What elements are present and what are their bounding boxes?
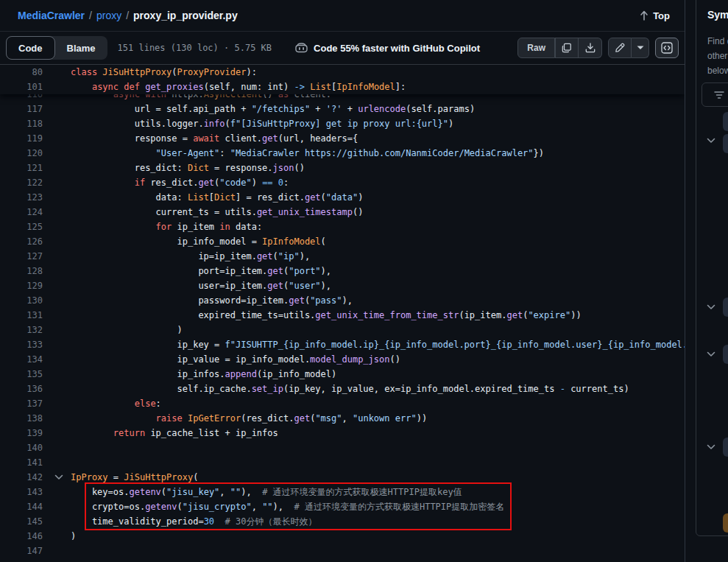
line-number[interactable]: 118 — [0, 116, 47, 131]
tab-blame[interactable]: Blame — [55, 36, 107, 60]
line-number[interactable]: 147 — [0, 544, 47, 558]
line-number[interactable]: 145 — [0, 514, 47, 529]
symbol-item[interactable] — [723, 134, 728, 153]
line-number[interactable]: 123 — [0, 190, 47, 205]
line-number[interactable]: 80 — [0, 65, 47, 80]
copilot-banner[interactable]: Code 55% faster with GitHub Copilot — [295, 43, 480, 54]
edit-file-button[interactable] — [608, 38, 632, 58]
code-text: raise IpGetError(res_dict.get("msg", "un… — [71, 411, 685, 426]
symbols-panel-toggle-button[interactable] — [655, 38, 679, 58]
line-number[interactable]: 120 — [0, 146, 47, 161]
line-number[interactable]: 126 — [0, 234, 47, 249]
chevron-down-icon[interactable] — [707, 351, 715, 357]
line-number[interactable]: 101 — [0, 80, 47, 94]
code-text: utils.logger.info(f"[JiSuHttpProxy] get … — [71, 116, 685, 131]
symbol-item[interactable] — [723, 298, 728, 317]
symbols-desc-line: Find definitions and references for func… — [707, 34, 728, 49]
code-text — [71, 440, 685, 455]
code-text: if res_dict.get("code") == 0: — [71, 175, 685, 190]
symbols-filter-input[interactable] — [702, 82, 728, 107]
line-number[interactable]: 129 — [0, 278, 47, 293]
fold-gutter[interactable] — [47, 470, 71, 485]
line-number[interactable]: 133 — [0, 337, 47, 352]
code-line: 132 ) — [0, 323, 685, 337]
code-line: 128 port=ip_item.get("port"), — [0, 264, 685, 278]
fold-gutter — [47, 529, 71, 544]
line-number[interactable]: 135 — [0, 367, 47, 382]
line-number[interactable]: 124 — [0, 205, 47, 219]
tab-code[interactable]: Code — [6, 36, 55, 60]
code-line: 131 expired_time_ts=utils.get_unix_time_… — [0, 308, 685, 323]
line-number[interactable]: 138 — [0, 411, 47, 426]
line-number[interactable]: 143 — [0, 485, 47, 499]
line-number[interactable]: 134 — [0, 352, 47, 367]
symbols-panel-title: Symbols — [707, 9, 728, 21]
code-blame-switcher: Code Blame — [6, 36, 107, 60]
fold-gutter — [47, 234, 71, 249]
breadcrumb-separator: / — [85, 10, 96, 21]
code-text: ip_key = f"JISUHTTP_{ip_info_model.ip}_{… — [71, 337, 685, 352]
symbols-panel: Symbols Find definitions and references … — [685, 0, 728, 562]
code-line: 127 ip=ip_item.get("ip"), — [0, 249, 685, 264]
line-number[interactable]: 131 — [0, 308, 47, 323]
pencil-icon — [615, 43, 625, 53]
symbol-item[interactable] — [723, 112, 728, 131]
symbols-desc-line: below. — [707, 63, 728, 78]
sticky-context-lines: 80class JiSuHttpProxy(ProxyProvider):101… — [0, 65, 685, 94]
fold-gutter — [47, 65, 71, 80]
line-number[interactable]: 132 — [0, 323, 47, 337]
fold-gutter — [47, 455, 71, 470]
symbol-item-class[interactable] — [723, 513, 728, 533]
code-line: 136 self.ip_cache.set_ip(ip_key, ip_valu… — [0, 382, 685, 396]
line-number[interactable]: 128 — [0, 264, 47, 278]
line-number[interactable]: 144 — [0, 499, 47, 514]
code-line: 142IpProxy = JiSuHttpProxy( — [0, 470, 685, 485]
code-text: time_validity_period=30 # 30分钟（最长时效） — [71, 514, 685, 529]
line-number[interactable]: 140 — [0, 440, 47, 455]
copilot-banner-text: Code 55% faster with GitHub Copilot — [314, 43, 480, 54]
fold-gutter — [47, 278, 71, 293]
code-text: response = await client.get(url, headers… — [71, 131, 685, 146]
fold-gutter — [47, 426, 71, 440]
line-number[interactable]: 136 — [0, 382, 47, 396]
line-number[interactable]: 125 — [0, 219, 47, 234]
code-line: 125 for ip_item in data: — [0, 219, 685, 234]
chevron-down-icon[interactable] — [707, 138, 715, 144]
line-number[interactable]: 142 — [0, 470, 47, 485]
download-button[interactable] — [579, 38, 602, 58]
line-number[interactable]: 121 — [0, 161, 47, 175]
back-to-top-button[interactable]: Top — [640, 10, 670, 21]
code-line: 123 data: List[Dict] = res_dict.get("dat… — [0, 190, 685, 205]
chevron-down-icon[interactable] — [707, 304, 715, 310]
line-number[interactable]: 139 — [0, 426, 47, 440]
fold-gutter — [47, 80, 71, 94]
code-line: 124 current_ts = utils.get_unix_timestam… — [0, 205, 685, 219]
line-number[interactable]: 141 — [0, 455, 47, 470]
fold-gutter — [47, 396, 71, 411]
symbol-item[interactable] — [723, 345, 728, 364]
line-number[interactable]: 137 — [0, 396, 47, 411]
download-icon — [585, 43, 596, 53]
edit-group — [608, 38, 649, 58]
raw-button[interactable]: Raw — [517, 38, 555, 58]
breadcrumb-folder-link[interactable]: proxy — [96, 10, 121, 21]
code-text: user=ip_item.get("user"), — [71, 278, 685, 293]
line-number[interactable]: 119 — [0, 131, 47, 146]
symbol-item[interactable] — [723, 438, 728, 457]
line-number[interactable]: 122 — [0, 175, 47, 190]
line-number[interactable]: 127 — [0, 249, 47, 264]
line-number[interactable]: 117 — [0, 102, 47, 116]
fold-gutter — [47, 102, 71, 116]
code-text: key=os.getenv("jisu_key", ""), # 通过环境变量的… — [71, 485, 685, 499]
fold-gutter — [47, 352, 71, 367]
code-text: for ip_item in data: — [71, 219, 685, 234]
code-line: 134 ip_value = ip_info_model.model_dump_… — [0, 352, 685, 367]
breadcrumb-file-name: proxy_ip_provider.py — [133, 10, 238, 21]
copy-raw-button[interactable] — [555, 38, 579, 58]
chevron-down-icon[interactable] — [707, 444, 715, 450]
line-number[interactable]: 130 — [0, 293, 47, 308]
line-number[interactable]: 146 — [0, 529, 47, 544]
breadcrumb-repo-link[interactable]: MediaCrawler — [18, 10, 85, 21]
symbols-desc-line: other symbols in this file by clicking a… — [707, 49, 728, 63]
edit-dropdown-button[interactable] — [632, 38, 649, 58]
